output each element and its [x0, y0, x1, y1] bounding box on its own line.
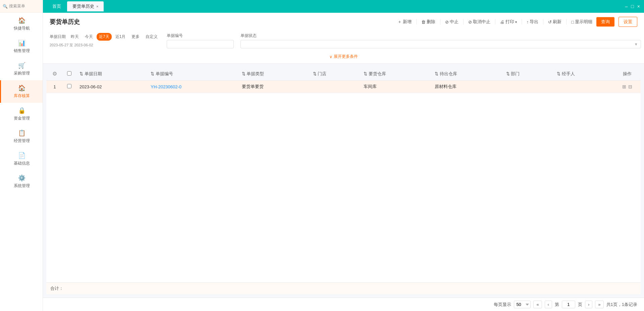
cancel-stop-label: 取消中止	[473, 19, 490, 25]
sidebar-item-label: 经营管理	[14, 138, 30, 144]
row-action-cell: ⊞ ⊟	[614, 81, 641, 93]
summary-label: 合计：	[50, 286, 63, 291]
tab-home-label: 首页	[52, 3, 61, 9]
divider7	[566, 19, 567, 25]
date-btn-7days[interactable]: 近7天	[97, 33, 112, 41]
date-btn-yesterday[interactable]: 昨天	[68, 33, 81, 41]
col-settings: ⚙	[46, 67, 63, 81]
export-button[interactable]: ↑ 导出	[527, 19, 539, 25]
next-page-button[interactable]: ›	[585, 301, 592, 308]
row-index-value: 1	[53, 84, 56, 89]
cancel-stop-button[interactable]: ⊘ 取消中止	[468, 19, 490, 25]
stop-button[interactable]: ⊘ 中止	[445, 19, 459, 25]
delete-icon: 🗑	[421, 19, 426, 25]
row-edit-icon[interactable]: ⊞	[622, 84, 626, 89]
bill-status-input[interactable]	[240, 40, 641, 48]
page-header: 要货单历史 ＋ 新增 🗑 删除 ⊘ 中止	[43, 13, 644, 64]
date-filter-group: 单据日期 昨天 今天 近7天 近1月 更多 自定义 2023-05-27 至 2…	[50, 33, 160, 48]
req-warehouse-value: 车间库	[364, 84, 377, 89]
row-dept	[502, 81, 553, 93]
table-wrapper: ⚙ ⇅ 单据日期 ⇅ 单据编号	[46, 67, 641, 282]
date-range-display: 2023-05-27 至 2023-06-02	[50, 43, 160, 48]
col-req-warehouse: ⇅ 要货仓库	[360, 67, 431, 81]
expand-more-btn[interactable]: ∨ 展开更多条件	[327, 52, 361, 61]
sidebar-item-inventory[interactable]: 🏠 库存核算	[0, 80, 43, 103]
settings-button[interactable]: 设置	[619, 17, 637, 27]
filter-row-bottom: ∨ 展开更多条件	[50, 51, 637, 63]
col-pending-warehouse: ⇅ 待出仓库	[431, 67, 502, 81]
delete-button[interactable]: 🗑 删除	[421, 19, 435, 25]
date-btn-1month[interactable]: 近1月	[113, 33, 128, 41]
col-bill-no-label: ⇅ 单据编号	[151, 71, 173, 76]
page-title: 要货单历史	[50, 18, 80, 26]
bill-no-link[interactable]: YH-20230602-0	[151, 84, 181, 89]
col-checkbox	[63, 67, 75, 81]
expand-icon: ∨	[329, 54, 332, 59]
table-header-row: ⚙ ⇅ 单据日期 ⇅ 单据编号	[46, 67, 641, 81]
sidebar-item-label: 库存核算	[14, 93, 30, 99]
bill-status-label: 单据状态	[240, 33, 637, 39]
sidebar-item-label: 采购管理	[14, 71, 30, 76]
last-page-button[interactable]: »	[595, 301, 603, 308]
date-btn-custom[interactable]: 自定义	[143, 33, 160, 41]
row-index: 1	[46, 81, 63, 93]
sidebar-item-label: 快捷导航	[14, 26, 30, 31]
sidebar-item-finance[interactable]: 🔒 资金管理	[0, 103, 43, 125]
new-button[interactable]: ＋ 新增	[397, 19, 412, 25]
tab-requisition-history[interactable]: 要货单历史 ×	[67, 1, 104, 11]
date-btn-more[interactable]: 更多	[129, 33, 142, 41]
sidebar-item-sales-mgmt[interactable]: 📊 销售管理	[0, 35, 43, 58]
lock-icon: 🔒	[18, 107, 25, 114]
bill-no-input[interactable]	[167, 40, 234, 48]
col-req-warehouse-label: ⇅ 要货仓库	[364, 71, 386, 76]
row-bill-type: 要货单要货	[238, 81, 309, 93]
divider4	[495, 19, 495, 25]
stop-icon: ⊘	[445, 19, 449, 25]
cancel-stop-icon: ⊘	[468, 19, 472, 25]
col-dept: ⇅ 部门	[502, 67, 553, 81]
sidebar-item-label: 基础信息	[14, 161, 30, 166]
refresh-button[interactable]: ↺ 刷新	[548, 19, 561, 25]
query-button[interactable]: 查询	[596, 17, 614, 27]
first-page-button[interactable]: «	[533, 301, 542, 308]
row-handler	[553, 81, 614, 93]
sidebar: 🔍 搜索菜单 🏠 快捷导航 📊 销售管理 🛒 采购管理 🏠 库存核算 🔒 资金管…	[0, 0, 43, 311]
show-detail-button[interactable]: □ 显示明细	[571, 19, 592, 25]
col-store-label: ⇅ 门店	[313, 71, 327, 76]
row-checkbox[interactable]	[67, 84, 71, 88]
table-settings-gear-icon[interactable]: ⚙	[52, 71, 57, 77]
per-page-select[interactable]: 20 50 100 200	[514, 301, 531, 308]
sidebar-item-operations[interactable]: 📋 经营管理	[0, 125, 43, 148]
sidebar-item-quick-nav[interactable]: 🏠 快捷导航	[0, 13, 43, 35]
row-more-icon[interactable]: ⊟	[628, 84, 632, 89]
maximize-icon[interactable]: □	[631, 4, 634, 9]
sidebar-search[interactable]: 🔍 搜索菜单	[0, 0, 43, 13]
tab-close-icon[interactable]: ×	[96, 4, 98, 8]
col-bill-type-label: ⇅ 单据类型	[242, 71, 264, 76]
total-info: 共1页，1条记录	[606, 302, 637, 308]
pending-warehouse-value: 原材料仓库	[435, 84, 457, 89]
window-close-icon[interactable]: ×	[637, 4, 640, 9]
prev-page-button[interactable]: ‹	[545, 301, 552, 308]
minimize-icon[interactable]: –	[625, 4, 628, 9]
gear-icon: ⚙️	[18, 174, 25, 182]
print-arrow-icon: ▾	[515, 20, 517, 24]
select-all-checkbox[interactable]	[67, 71, 71, 76]
col-handler-label: ⇅ 经手人	[557, 71, 575, 76]
col-action: 操作	[614, 67, 641, 81]
toolbar: ＋ 新增 🗑 删除 ⊘ 中止 ⊘	[397, 17, 637, 27]
col-bill-type: ⇅ 单据类型	[238, 67, 309, 81]
tab-requisition-history-label: 要货单历史	[72, 3, 94, 9]
sidebar-item-sys-mgmt[interactable]: ⚙️ 系统管理	[0, 170, 43, 193]
tab-home[interactable]: 首页	[47, 1, 66, 11]
print-label: 打印	[505, 19, 514, 25]
page-input[interactable]	[562, 301, 575, 308]
sidebar-item-purchase-mgmt[interactable]: 🛒 采购管理	[0, 58, 43, 80]
print-button[interactable]: 🖨 打印 ▾	[500, 19, 517, 25]
row-pending-warehouse: 原材料仓库	[431, 81, 502, 93]
per-page-label: 每页显示	[494, 302, 511, 308]
date-btn-today[interactable]: 今天	[83, 33, 95, 41]
divider	[416, 19, 417, 25]
sidebar-item-basic-info[interactable]: 📄 基础信息	[0, 148, 43, 170]
print-icon: 🖨	[500, 19, 504, 25]
